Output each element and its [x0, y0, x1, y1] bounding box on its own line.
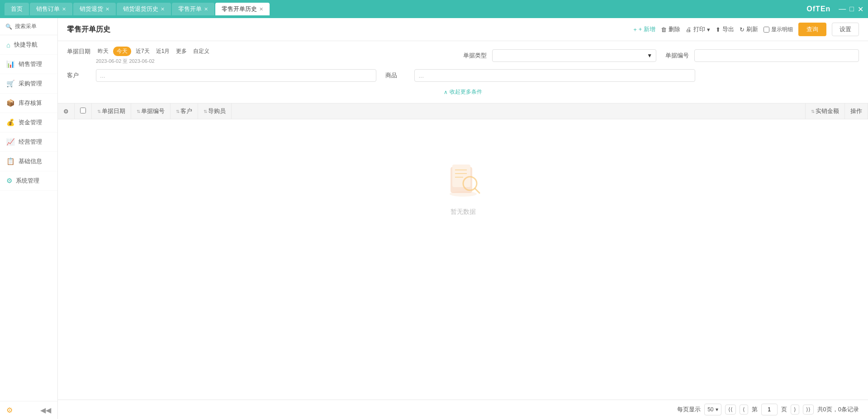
- col-customer[interactable]: ⇅客户: [171, 104, 198, 119]
- settings-button[interactable]: 设置: [832, 23, 859, 36]
- col-action: 操作: [845, 104, 868, 119]
- purchase-icon: 🛒: [6, 80, 15, 88]
- customer-sort-icon: ⇅: [176, 109, 180, 114]
- add-label: + 新增: [639, 25, 655, 33]
- filter-row-1: 单据日期 昨天 今天 近7天 近1月 更多 自定义 2023-06-02 至 2…: [67, 47, 859, 65]
- system-icon: ⚙: [6, 177, 12, 185]
- col-settings[interactable]: ⚙: [58, 104, 75, 119]
- first-page-btn[interactable]: ⟨⟨: [725, 405, 736, 414]
- add-button[interactable]: + + 新增: [633, 25, 655, 33]
- tab-home[interactable]: 首页: [5, 3, 29, 15]
- tab-retail-open[interactable]: 零售开单 ✕: [172, 3, 214, 15]
- col-no[interactable]: ⇅单据编号: [131, 104, 171, 119]
- tab-retail-open-label: 零售开单: [178, 5, 202, 13]
- tab-sales-order[interactable]: 销售订单 ✕: [30, 3, 72, 15]
- inventory-icon: 📦: [6, 99, 15, 107]
- sidebar-item-finance[interactable]: 💰 资金管理: [0, 113, 57, 132]
- sidebar-item-purchase-mgmt[interactable]: 🛒 采购管理: [0, 74, 57, 94]
- close-btn[interactable]: ✕: [858, 5, 863, 14]
- display-detail-input[interactable]: [764, 27, 769, 33]
- display-detail-checkbox[interactable]: 显示明细: [764, 26, 793, 33]
- tab-home-label: 首页: [11, 5, 23, 13]
- content-area: 零售开单历史 + + 新增 🗑 删除 🖨 打印 ▾ ⬆ 导出: [58, 18, 868, 419]
- pagination-bar: 每页显示 50 ▾ ⟨⟨ ⟨ 第 页 ⟩ ⟩⟩ 共0页，0条记录: [58, 400, 868, 419]
- query-button[interactable]: 查询: [798, 23, 826, 36]
- minimize-btn[interactable]: —: [839, 5, 846, 13]
- tab-sales-return-close[interactable]: ✕: [105, 6, 109, 12]
- sidebar-item-system-mgmt[interactable]: ⚙ 系统管理: [0, 171, 57, 191]
- page-header: 零售开单历史 + + 新增 🗑 删除 🖨 打印 ▾ ⬆ 导出: [58, 18, 868, 41]
- tab-retail-open-close[interactable]: ✕: [204, 6, 208, 12]
- order-no-input[interactable]: [694, 49, 859, 62]
- order-type-select[interactable]: ▼: [492, 49, 657, 62]
- date-yesterday[interactable]: 昨天: [96, 47, 110, 56]
- tab-sales-return-history-close[interactable]: ✕: [161, 6, 165, 12]
- toolbar: + + 新增 🗑 删除 🖨 打印 ▾ ⬆ 导出 ↻: [633, 23, 859, 36]
- tab-sales-return[interactable]: 销货退货 ✕: [73, 3, 116, 15]
- finance-icon: 💰: [6, 118, 15, 127]
- order-type-dropdown-icon: ▼: [647, 52, 652, 59]
- tab-sales-return-history[interactable]: 销货退货历史 ✕: [117, 3, 171, 15]
- export-button[interactable]: ⬆ 导出: [716, 25, 734, 33]
- add-icon: +: [633, 26, 637, 33]
- sidebar-footer: ⚙ ◀◀: [0, 401, 57, 419]
- per-page-label: 每页显示: [677, 405, 701, 414]
- date-today[interactable]: 今天: [113, 47, 131, 56]
- tab-list: 首页 销售订单 ✕ 销货退货 ✕ 销货退货历史 ✕ 零售开单 ✕ 零售开单历史 …: [5, 3, 806, 15]
- per-page-select[interactable]: 50 ▾: [704, 404, 721, 415]
- last-page-btn[interactable]: ⟩⟩: [803, 405, 814, 414]
- sidebar-item-basic-info[interactable]: 📋 基础信息: [0, 152, 57, 171]
- refresh-button[interactable]: ↻ 刷新: [740, 25, 758, 33]
- sidebar-item-sales-mgmt[interactable]: 📊 销售管理: [0, 55, 57, 74]
- empty-state: 暂无数据: [58, 119, 868, 252]
- goods-input[interactable]: ...: [414, 69, 695, 82]
- sales-icon: 📊: [6, 60, 15, 68]
- tab-retail-open-history[interactable]: 零售开单历史 ✕: [215, 3, 270, 15]
- sidebar-item-operations[interactable]: 📈 经营管理: [0, 132, 57, 152]
- home-icon: ⌂: [6, 41, 10, 49]
- date-sort-icon: ⇅: [97, 109, 101, 114]
- date-7days[interactable]: 近7天: [134, 47, 152, 56]
- sidebar-search[interactable]: 🔍 搜索采单: [0, 18, 57, 35]
- col-date[interactable]: ⇅单据日期: [92, 104, 131, 119]
- sidebar-search-label: 搜索采单: [15, 23, 37, 30]
- tab-sales-order-label: 销售订单: [36, 5, 60, 13]
- more-conditions-toggle[interactable]: ∧ 收起更多条件: [67, 86, 859, 98]
- order-type-filter: 单据类型 ▼: [463, 49, 657, 62]
- footer-gear-icon[interactable]: ⚙: [6, 406, 13, 414]
- prev-page-btn[interactable]: ⟨: [740, 405, 748, 414]
- display-detail-label: 显示明细: [771, 26, 793, 33]
- next-page-btn[interactable]: ⟩: [791, 405, 799, 414]
- filter-row-2: 客户 ... 商品 ...: [67, 69, 859, 82]
- date-1month[interactable]: 近1月: [154, 47, 172, 56]
- brand-label: OfTEn: [806, 5, 830, 13]
- refresh-label: 刷新: [746, 25, 758, 33]
- page-input[interactable]: [761, 404, 778, 415]
- order-no-filter: 单据编号: [665, 49, 859, 62]
- col-amount[interactable]: ⇅实销金额: [806, 104, 845, 119]
- col-guide[interactable]: ⇅导购员: [198, 104, 232, 119]
- print-button[interactable]: 🖨 打印 ▾: [686, 25, 710, 33]
- date-custom[interactable]: 自定义: [191, 47, 211, 56]
- table-container: ⚙ ⇅单据日期 ⇅单据编号 ⇅客户 ⇅导购员 ⇅实销金额 操作: [58, 104, 868, 400]
- main-layout: 🔍 搜索采单 ⌂ 快捷导航 📊 销售管理 🛒 采购管理 📦 库存核算 💰: [0, 18, 868, 419]
- date-more[interactable]: 更多: [174, 47, 189, 56]
- delete-button[interactable]: 🗑 删除: [661, 25, 680, 33]
- sidebar: 🔍 搜索采单 ⌂ 快捷导航 📊 销售管理 🛒 采购管理 📦 库存核算 💰: [0, 18, 58, 419]
- total-text: 共0页，0条记录: [817, 405, 859, 414]
- sidebar-item-quick-nav[interactable]: ⌂ 快捷导航: [0, 35, 57, 55]
- tab-sales-order-close[interactable]: ✕: [62, 6, 66, 12]
- tab-retail-open-history-label: 零售开单历史: [222, 5, 257, 13]
- sidebar-item-basic-info-label: 基础信息: [19, 157, 42, 165]
- export-label: 导出: [722, 25, 734, 33]
- footer-collapse-icon[interactable]: ◀◀: [40, 406, 51, 414]
- page-title: 零售开单历史: [67, 25, 110, 34]
- tab-retail-open-history-close[interactable]: ✕: [259, 6, 263, 12]
- sidebar-item-inventory[interactable]: 📦 库存核算: [0, 94, 57, 113]
- customer-input[interactable]: ...: [96, 69, 376, 82]
- col-checkbox[interactable]: [75, 104, 92, 119]
- maximize-btn[interactable]: □: [849, 5, 854, 13]
- select-all-checkbox[interactable]: [80, 108, 86, 113]
- sidebar-item-finance-label: 资金管理: [19, 118, 42, 127]
- sidebar-item-quick-nav-label: 快捷导航: [14, 41, 38, 49]
